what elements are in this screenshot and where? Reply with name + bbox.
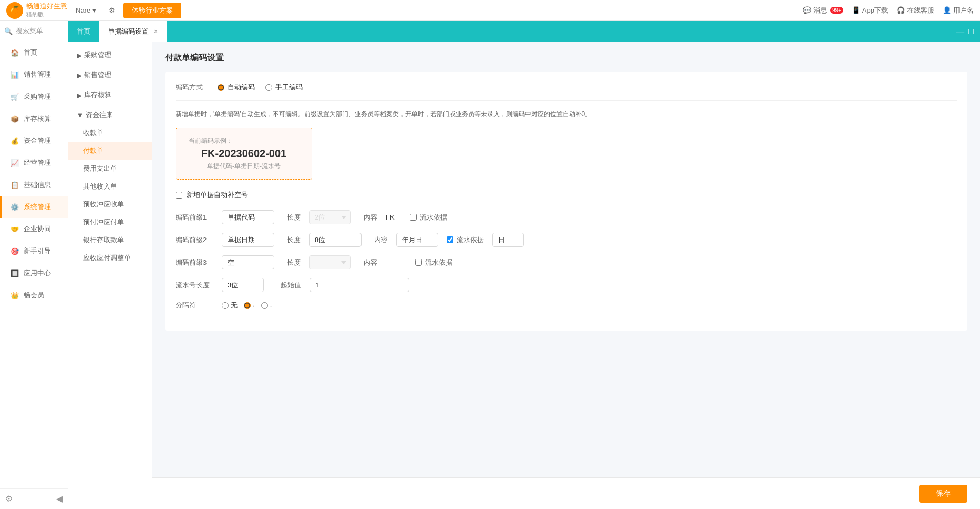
sub-menu-inventory[interactable]: ▶ 库存核算 <box>68 86 152 104</box>
settings-card: 编码方式 自动编码 手工编码 新增单据时 <box>165 72 967 331</box>
auto-fill-row: 新增单据自动补空号 <box>176 190 957 200</box>
maximize-icon[interactable]: □ <box>968 27 974 36</box>
sidebar-item-purchase[interactable]: 🛒 采购管理 <box>0 86 68 108</box>
message-label: 消息 <box>813 6 827 15</box>
sales-icon: 📊 <box>10 70 19 79</box>
sep-none-option[interactable]: 无 <box>222 300 238 310</box>
prefix3-label: 编码前缀3 <box>176 258 213 267</box>
sidebar-item-system[interactable]: ⚙️ 系统管理 <box>0 196 68 218</box>
auto-code-option[interactable]: 自动编码 <box>218 82 255 92</box>
sidebar-item-apps[interactable]: 🔲 应用中心 <box>0 262 68 284</box>
serial2-period-select[interactable]: 日 月 年 <box>492 233 524 247</box>
prefix1-select[interactable]: 单据代码 部门 业务员 <box>222 210 274 224</box>
sidebar-item-label: 畅会员 <box>24 290 44 300</box>
logo: 🍊 畅通道好生意 猎豹版 <box>6 2 67 19</box>
sub-menu-item-other-income[interactable]: 其他收入单 <box>68 178 152 195</box>
info-text: 新增单据时，'单据编码'自动生成，不可编辑。前缀设置为部门、业务员等档案类，开单… <box>176 109 957 119</box>
sep-dash-option[interactable]: - <box>261 302 272 309</box>
logo-text: 畅通道好生意 <box>26 2 67 11</box>
sub-menu-item-expense[interactable]: 费用支出单 <box>68 160 152 178</box>
sub-menu-purchase[interactable]: ▶ 采购管理 <box>68 46 152 64</box>
arrow-down-icon: ▼ <box>77 111 84 119</box>
prefix2-select[interactable]: 单据日期 部门 业务员 <box>222 233 274 247</box>
auto-code-radio[interactable] <box>218 84 224 91</box>
nav-dropdown[interactable]: Nare ▾ <box>71 4 100 16</box>
user-avatar[interactable]: 👤 用户名 <box>943 6 974 15</box>
sidebar-item-label: 经营管理 <box>24 158 51 168</box>
length3-label: 长度 <box>287 258 301 267</box>
manual-code-radio[interactable] <box>265 84 272 91</box>
app-download-btn[interactable]: 📱 App下载 <box>852 6 888 15</box>
serial1-option[interactable]: 流水依据 <box>410 213 447 222</box>
user-name: 用户名 <box>953 6 974 15</box>
manual-code-option[interactable]: 手工编码 <box>265 82 303 92</box>
arrow-right-icon: ▶ <box>77 51 82 59</box>
minimize-icon[interactable]: — <box>956 27 964 36</box>
user-icon: 👤 <box>943 6 951 14</box>
preview-desc: 单据代码-单据日期-流水号 <box>189 162 299 171</box>
sep-none-radio[interactable] <box>222 302 229 309</box>
settings-nav[interactable]: ⚙ <box>105 4 119 16</box>
sidebar-item-label: 首页 <box>24 48 37 57</box>
tab-encoding-settings[interactable]: 单据编码设置 × <box>99 21 167 42</box>
sidebar-item-home[interactable]: 🏠 首页 <box>0 41 68 64</box>
collapse-icon[interactable]: ◀ <box>56 494 63 504</box>
sidebar-item-inventory[interactable]: 📦 库存核算 <box>0 108 68 130</box>
sub-menu-item-advance-offset[interactable]: 预付冲应付单 <box>68 213 152 231</box>
start-value-label: 起始值 <box>281 281 301 290</box>
sidebar-item-vip[interactable]: 👑 畅会员 <box>0 284 68 306</box>
tabs-bar: 首页 单据编码设置 × — □ <box>68 21 980 42</box>
tab-home[interactable]: 首页 <box>68 21 99 42</box>
serial3-checkbox[interactable] <box>415 259 422 266</box>
prefix2-row: 编码前缀2 单据日期 部门 业务员 长度 8位 6位 4位 <box>176 233 957 247</box>
save-button[interactable]: 保存 <box>919 485 967 503</box>
tab-close-icon[interactable]: × <box>154 28 158 35</box>
sidebar-item-finance[interactable]: 💰 资金管理 <box>0 130 68 152</box>
serial2-option[interactable]: 流水依据 <box>447 235 484 245</box>
length2-select[interactable]: 8位 6位 4位 <box>309 233 362 247</box>
search-menu[interactable]: 🔍 搜索菜单 <box>0 21 68 41</box>
search-icon: 🔍 <box>4 27 13 35</box>
message-btn[interactable]: 💬 消息 99+ <box>803 6 843 15</box>
sidebar-item-business[interactable]: 📈 经营管理 <box>0 152 68 174</box>
main-content-wrapper: 付款单编码设置 编码方式 自动编码 手工编码 <box>152 42 980 509</box>
serial-length-select[interactable]: 3位 4位 5位 <box>222 278 264 292</box>
main-content: 付款单编码设置 编码方式 自动编码 手工编码 <box>152 42 980 477</box>
main-area: 首页 单据编码设置 × — □ ▶ 采购管理 <box>68 21 980 509</box>
sub-menu-item-prepay-offset[interactable]: 预收冲应收单 <box>68 195 152 213</box>
sub-menu-sales[interactable]: ▶ 销售管理 <box>68 66 152 84</box>
preview-code: FK-20230602-001 <box>189 148 299 160</box>
auto-fill-label[interactable]: 新增单据自动补空号 <box>187 190 248 200</box>
sidebar-item-sales[interactable]: 📊 销售管理 <box>0 64 68 86</box>
start-value-input[interactable] <box>310 278 409 292</box>
sidebar-item-guide[interactable]: 🎯 新手引导 <box>0 240 68 262</box>
sub-menu-item-ap-adjust[interactable]: 应收应付调整单 <box>68 249 152 267</box>
sub-menu-item-payment[interactable]: 付款单 <box>68 142 152 160</box>
length3-select <box>309 255 351 269</box>
sub-menu-item-bank[interactable]: 银行存取款单 <box>68 231 152 249</box>
collab-icon: 🤝 <box>10 224 19 234</box>
sidebar-item-base[interactable]: 📋 基础信息 <box>0 174 68 196</box>
sub-menu-funds[interactable]: ▼ 资金往来 <box>68 106 152 124</box>
sep-dot-radio[interactable] <box>244 302 251 309</box>
online-service-btn[interactable]: 🎧 在线客服 <box>896 6 934 15</box>
prefix3-select[interactable]: 空 单据代码 部门 <box>222 255 274 269</box>
sidebar-item-label: 企业协同 <box>24 224 51 234</box>
sep-dash-radio[interactable] <box>261 302 268 309</box>
trial-button[interactable]: 体验行业方案 <box>123 3 181 18</box>
sidebar-menu: 🏠 首页 📊 销售管理 🛒 采购管理 📦 库存核算 💰 资金管理 📈 经 <box>0 41 68 488</box>
serial3-option[interactable]: 流水依据 <box>415 258 452 267</box>
sub-menu-item-receipt[interactable]: 收款单 <box>68 124 152 142</box>
top-bar-left: 🍊 畅通道好生意 猎豹版 Nare ▾ ⚙ 体验行业方案 <box>6 2 181 19</box>
content3-value <box>386 262 407 263</box>
serial1-checkbox[interactable] <box>410 214 417 221</box>
sidebar-item-collab[interactable]: 🤝 企业协同 <box>0 218 68 240</box>
settings-bottom-icon[interactable]: ⚙ <box>5 494 13 504</box>
sep-dot-option[interactable]: · <box>244 302 255 309</box>
sidebar-item-label: 应用中心 <box>24 268 51 278</box>
home-icon: 🏠 <box>10 48 19 57</box>
serial2-checkbox[interactable] <box>447 236 453 243</box>
content2-select[interactable]: 年月日 年月 年 <box>396 233 438 247</box>
auto-fill-checkbox[interactable] <box>176 192 182 199</box>
message-icon: 💬 <box>803 6 811 14</box>
